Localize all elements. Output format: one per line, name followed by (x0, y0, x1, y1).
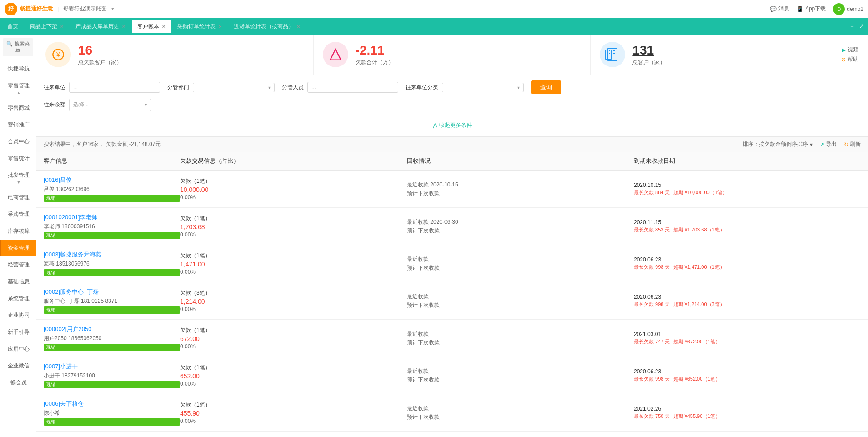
overdue-link-0[interactable]: 超期 ¥10,000.00（1笔） (673, 190, 728, 195)
sidebar-item-vip-member[interactable]: 畅会员 (0, 374, 36, 391)
user-area[interactable]: D demo2 (833, 3, 863, 15)
overdue-link-5[interactable]: 超期 ¥652.00（1笔） (673, 376, 721, 382)
last-collection-0: 最近收款 2020-10-15 (407, 181, 634, 189)
refresh-btn[interactable]: ↻ 刷新 (844, 141, 861, 148)
sidebar-item-enterprise-wechat[interactable]: 企业微信 (0, 357, 36, 374)
sidebar-item-retail-store[interactable]: 零售商城 (0, 100, 36, 116)
sidebar-item-ecommerce[interactable]: 电商管理 (0, 189, 36, 206)
sidebar-item-purchase[interactable]: 采购管理 (0, 206, 36, 223)
table-row: [000001]黄思源 黄思源 13552700226 现销 欠款（1笔） 42… (36, 432, 868, 437)
overdue-link-1[interactable]: 超期 ¥1,703.68（1笔） (673, 227, 725, 232)
overdue-info-6: 2021.02.26 最长欠款 750 天 超期 ¥455.90（1笔） (634, 406, 861, 420)
customer-name-2[interactable]: [0003]畅捷服务尹海燕 (44, 251, 180, 259)
debt-amount-6[interactable]: 455.90 (180, 410, 407, 417)
video-btn[interactable]: ▶ 视频 (842, 46, 858, 54)
minimize-icon[interactable]: － (849, 22, 855, 30)
customer-name-5[interactable]: [0007]小进干 (44, 362, 180, 371)
help-btn[interactable]: ⊙ 帮助 (841, 55, 858, 63)
tab-purchase-order-label: 采购订单统计表 (177, 23, 216, 30)
person-input[interactable]: ... (307, 82, 398, 93)
sidebar-item-system[interactable]: 系统管理 (0, 290, 36, 307)
debt-amount-1[interactable]: 1,703.68 (180, 223, 407, 231)
tab-purchase-order[interactable]: 采购订单统计表 ✕ (172, 20, 227, 33)
debt-total-number: -2.11 (356, 43, 394, 58)
sidebar-item-quick-nav[interactable]: 快捷导航 (0, 60, 36, 77)
query-button[interactable]: 查询 (531, 80, 561, 94)
sidebar-item-operations[interactable]: 经营管理 (0, 256, 36, 273)
sidebar-item-enterprise-collab[interactable]: 企业协同 (0, 307, 36, 324)
retail-mgmt-label: 零售管理 (8, 82, 30, 90)
debt-amount-4[interactable]: 672.00 (180, 335, 407, 342)
department-select[interactable]: ▾ (193, 83, 275, 92)
customer-info-5: [0007]小进干 小进干 18279152100 现销 (44, 362, 180, 388)
tab-production-history-label: 产成品入库单历史 (75, 23, 119, 30)
customer-name-0[interactable]: [0016]吕俊 (44, 176, 180, 184)
tab-customer-account-close[interactable]: ✕ (162, 24, 166, 29)
sidebar-item-warehouse[interactable]: 库存核算 (0, 223, 36, 240)
tab-customer-account[interactable]: 客户账本 ✕ (132, 20, 171, 33)
debt-total-content: -2.11 欠款合计（万） (356, 43, 394, 66)
tab-purchase-stats[interactable]: 进货单统计表（按商品） ✕ (228, 20, 306, 33)
message-btn[interactable]: 💬 消息 (770, 5, 789, 13)
due-date-0: 2020.10.15 (634, 182, 861, 188)
overdue-link-3[interactable]: 超期 ¥1,214.00（3笔） (673, 301, 725, 307)
svg-rect-7 (613, 50, 615, 51)
summary-card-total-customers: 131 总客户（家） ▶ 视频 ⊙ 帮助 (591, 35, 868, 75)
store-name[interactable]: 母婴行业演示账套 (63, 5, 107, 13)
maximize-icon[interactable]: ⤢ (859, 22, 864, 30)
customer-unit-input[interactable]: ... (69, 82, 160, 93)
debt-amount-3[interactable]: 1,214.00 (180, 298, 407, 305)
tab-production-history-close[interactable]: ✕ (122, 24, 125, 29)
sidebar-item-app-center[interactable]: 应用中心 (0, 341, 36, 357)
top-right: 💬 消息 📱 App下载 D demo2 (770, 3, 863, 15)
col-header-debt: 欠款交易信息（占比） (180, 157, 407, 165)
logo-area: 好 畅捷通好生意 | 母婴行业演示账套 ▾ (5, 3, 114, 15)
total-customers-number: 131 (632, 43, 665, 58)
person-value: ... (311, 84, 316, 90)
sort-select[interactable]: 排序：按欠款金额倒序排序 ▾ (743, 141, 813, 148)
customer-name-6[interactable]: [0006]去下粮仓 (44, 400, 180, 408)
search-menu-btn[interactable]: 🔍 搜索菜单 (3, 38, 33, 56)
tab-purchase-stats-label: 进货单统计表（按商品） (234, 23, 294, 30)
sidebar-item-members[interactable]: 会员中心 (0, 133, 36, 150)
overdue-link-4[interactable]: 超期 ¥672.00（1笔） (673, 339, 721, 344)
app-download-btn[interactable]: 📱 App下载 (797, 5, 826, 13)
balance-select[interactable]: 选择... ▾ (69, 99, 151, 111)
retail-store-label: 零售商城 (8, 104, 30, 112)
tab-purchase-stats-close[interactable]: ✕ (296, 24, 300, 29)
debt-amount-5[interactable]: 652.00 (180, 372, 407, 380)
debt-count-6: 欠款（1笔） (180, 401, 407, 409)
app-download-label: App下载 (805, 5, 826, 13)
recovery-info-2: 最近收款 预计下次收款 (407, 256, 634, 272)
tab-home[interactable]: 首页 (2, 20, 24, 33)
sidebar-item-retail-mgmt[interactable]: 零售管理 ▲ (0, 77, 36, 100)
home-tab-label: 首页 (7, 23, 18, 30)
customer-tag-4: 现销 (44, 344, 180, 351)
filter-area: 往来单位 ... 分管部门 ▾ 分管人员 ... (36, 75, 868, 137)
sidebar-item-marketing[interactable]: 营销推广 (0, 116, 36, 133)
overdue-link-6[interactable]: 超期 ¥455.90（1笔） (673, 413, 721, 419)
svg-marker-2 (330, 49, 341, 60)
sidebar-item-new-guide[interactable]: 新手引导 (0, 324, 36, 341)
tab-product-listing[interactable]: 商品上下架 ✕ (25, 20, 69, 33)
debt-count-4: 欠款（1笔） (180, 326, 407, 334)
overdue-link-2[interactable]: 超期 ¥1,471.00（1笔） (673, 264, 725, 270)
tab-purchase-order-close[interactable]: ✕ (218, 24, 222, 29)
export-btn[interactable]: ↗ 导出 (820, 141, 837, 148)
sidebar-item-base-info[interactable]: 基础信息 (0, 273, 36, 290)
sidebar-item-retail-stats[interactable]: 零售统计 (0, 150, 36, 167)
customer-phone-2: 海燕 18513066976 (44, 260, 180, 268)
customer-name-3[interactable]: [0002]服务中心_丁磊 (44, 288, 180, 296)
collapse-btn[interactable]: ⋀ 收起更多条件 (44, 120, 861, 131)
unit-category-select[interactable]: ▾ (442, 83, 524, 92)
customer-name-1[interactable]: [0001020001]李老师 (44, 213, 180, 221)
sidebar-item-batch-mgmt[interactable]: 批发管理 ▼ (0, 167, 36, 189)
overdue-info-4: 2021.03.01 最长欠款 747 天 超期 ¥672.00（1笔） (634, 331, 861, 345)
sidebar-item-finance[interactable]: 资金管理 (0, 240, 36, 256)
tab-production-history[interactable]: 产成品入库单历史 ✕ (70, 20, 131, 33)
debt-amount-2[interactable]: 1,471.00 (180, 261, 407, 268)
customer-name-4[interactable]: [000002]用户2050 (44, 325, 180, 333)
chevron-icon: ▲ (17, 90, 21, 95)
debt-amount-0[interactable]: 10,000.00 (180, 186, 407, 193)
tab-product-listing-close[interactable]: ✕ (60, 24, 64, 29)
